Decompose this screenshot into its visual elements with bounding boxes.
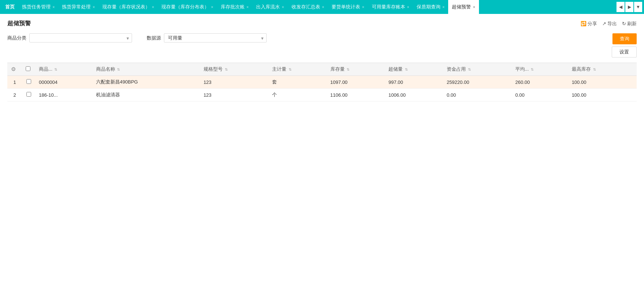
refresh-button[interactable]: ↻ 刷新 <box>622 21 637 27</box>
sort-icon-product-code: ⇅ <box>54 67 57 71</box>
tab-close-icon[interactable]: × <box>246 5 249 9</box>
nav-tab-------[interactable]: 收发存汇总表× <box>288 0 328 14</box>
page-header: 超储预警 🔁 分享 ↗ 导出 ↻ 刷新 <box>7 20 637 27</box>
row-num: 1 <box>7 76 22 89</box>
col-overstock[interactable]: 超储量 ⇅ <box>385 63 443 76</box>
nav-menu-button[interactable]: ▼ <box>634 2 642 12</box>
select-all-checkbox[interactable] <box>26 66 30 71</box>
row-checkbox[interactable] <box>26 92 31 97</box>
col-capital-label: 资金占用 <box>447 66 466 72</box>
tab-close-icon[interactable]: × <box>92 5 95 9</box>
cell-capital: 0.00 <box>443 89 512 101</box>
cell-product-name: 机油滤清器 <box>92 89 200 101</box>
cell-unit: 套 <box>268 76 327 89</box>
col-max-stock-label: 最高库存 <box>572 66 591 72</box>
cell-overstock: 1006.00 <box>385 89 443 101</box>
tab-close-icon[interactable]: × <box>322 5 324 9</box>
nav-tab-------[interactable]: 拣货异常处理× <box>58 0 98 14</box>
tab-close-icon[interactable]: × <box>442 5 444 9</box>
cell-spec: 123 <box>200 89 268 101</box>
refresh-icon: ↻ <box>622 21 626 26</box>
category-select[interactable] <box>29 33 132 42</box>
top-navigation: 首页 拣货任务管理×拣货异常处理×现存量（库存状况表）×现存量（库存分布表）×库… <box>0 0 644 14</box>
col-avg-label: 平均... <box>515 66 529 72</box>
tab-close-icon[interactable]: × <box>52 5 55 9</box>
nav-tab-------[interactable]: 要货单统计表× <box>328 0 368 14</box>
category-filter: 商品分类 <box>7 33 132 42</box>
col-product-name-label: 商品名称 <box>96 66 115 72</box>
query-button[interactable]: 查询 <box>612 33 637 44</box>
col-stock[interactable]: 库存量 ⇅ <box>327 63 385 76</box>
col-overstock-label: 超储量 <box>388 66 403 72</box>
cell-max-stock: 100.00 <box>568 89 637 101</box>
cell-overstock: 997.00 <box>385 76 443 89</box>
nav-next-button[interactable]: ▶ <box>625 2 633 12</box>
settings-icon[interactable]: ⚙ <box>11 66 16 72</box>
datasource-filter: 数据源 可用量 <box>147 33 267 42</box>
header-actions: 🔁 分享 ↗ 导出 ↻ 刷新 <box>581 21 637 27</box>
share-button[interactable]: 🔁 分享 <box>581 21 597 27</box>
col-spec[interactable]: 规格型号 ⇅ <box>200 63 268 76</box>
nav-tab------[interactable]: 出入库流水× <box>252 0 288 14</box>
col-max-stock[interactable]: 最高库存 ⇅ <box>568 63 637 76</box>
set-button[interactable]: 设置 <box>612 47 637 58</box>
nav-tab------[interactable]: 库存批次账× <box>217 0 252 14</box>
cell-product-name: 六配套新昌490BPG <box>92 76 200 89</box>
page-container: 超储预警 🔁 分享 ↗ 导出 ↻ 刷新 商品分类 <box>0 14 644 293</box>
cell-stock: 1106.00 <box>327 89 385 101</box>
sort-icon-overstock: ⇅ <box>405 67 408 71</box>
sort-icon-capital: ⇅ <box>468 67 471 71</box>
row-checkbox[interactable] <box>26 79 31 84</box>
export-icon: ↗ <box>602 21 606 26</box>
col-spec-label: 规格型号 <box>204 66 223 72</box>
cell-product-code: 0000004 <box>35 76 92 89</box>
nav-prev-button[interactable]: ◀ <box>616 2 625 12</box>
cell-capital: 259220.00 <box>443 76 512 89</box>
sort-icon-avg: ⇅ <box>531 67 534 71</box>
cell-stock: 1097.00 <box>327 76 385 89</box>
cell-product-code: 186-10... <box>35 89 92 101</box>
table-row: 2 186-10... 机油滤清器 123 个 1106.00 1006.00 … <box>7 89 637 101</box>
tab-close-icon[interactable]: × <box>473 5 475 9</box>
sort-icon-spec: ⇅ <box>225 67 228 71</box>
nav-tab--------[interactable]: 可用量库存账本× <box>368 0 413 14</box>
nav-tab-----[interactable]: 超储预警× <box>448 0 479 14</box>
sort-icon-product-name: ⇅ <box>117 67 120 71</box>
tab-close-icon[interactable]: × <box>152 5 154 9</box>
tab-close-icon[interactable]: × <box>362 5 364 9</box>
col-capital[interactable]: 资金占用 ⇅ <box>443 63 512 76</box>
table-row: 1 0000004 六配套新昌490BPG 123 套 1097.00 997.… <box>7 76 637 89</box>
nav-tab-----------[interactable]: 现存量（库存分布表）× <box>158 0 217 14</box>
col-avg[interactable]: 平均... ⇅ <box>512 63 568 76</box>
cell-spec: 123 <box>200 76 268 89</box>
cell-avg: 260.00 <box>512 76 568 89</box>
col-product-name[interactable]: 商品名称 ⇅ <box>92 63 200 76</box>
col-setting: ⚙ <box>7 63 22 76</box>
col-unit[interactable]: 主计量 ⇅ <box>268 63 327 76</box>
col-stock-label: 库存量 <box>330 66 345 72</box>
tab-close-icon[interactable]: × <box>211 5 213 9</box>
page-title: 超储预警 <box>7 20 31 27</box>
sort-icon-unit: ⇅ <box>289 67 292 71</box>
data-table: ⚙ 商品... ⇅ 商品名称 ⇅ 规格型号 ⇅ 主计量 <box>7 63 637 101</box>
nav-tab-----------[interactable]: 现存量（库存状况表）× <box>99 0 158 14</box>
sort-icon-stock: ⇅ <box>347 67 350 71</box>
nav-tab------[interactable]: 保质期查询× <box>413 0 448 14</box>
export-button[interactable]: ↗ 导出 <box>602 21 617 27</box>
nav-home[interactable]: 首页 <box>1 0 18 14</box>
col-product-code[interactable]: 商品... ⇅ <box>35 63 92 76</box>
category-label: 商品分类 <box>7 35 26 41</box>
datasource-select[interactable]: 可用量 <box>164 33 267 42</box>
tab-close-icon[interactable]: × <box>282 5 284 9</box>
row-num: 2 <box>7 89 22 101</box>
col-unit-label: 主计量 <box>272 66 286 72</box>
cell-unit: 个 <box>268 89 327 101</box>
datasource-label: 数据源 <box>147 35 161 41</box>
nav-arrows: ◀ ▶ ▼ <box>616 2 643 12</box>
col-checkbox <box>22 63 35 76</box>
sort-icon-max-stock: ⇅ <box>593 67 596 71</box>
cell-max-stock: 100.00 <box>568 76 637 89</box>
nav-tab-------[interactable]: 拣货任务管理× <box>18 0 58 14</box>
row-checkbox-cell <box>22 76 35 89</box>
tab-close-icon[interactable]: × <box>407 5 409 9</box>
